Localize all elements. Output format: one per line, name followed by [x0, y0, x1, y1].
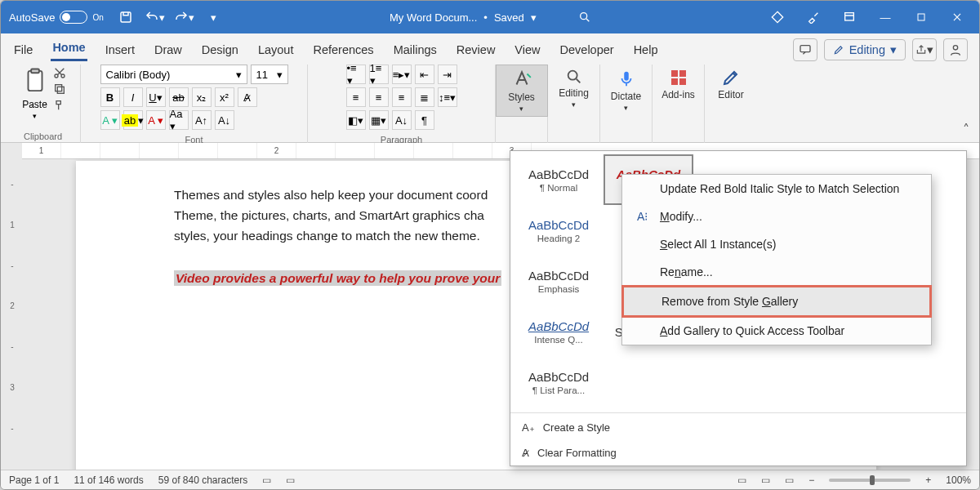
- align-right-button[interactable]: ≡: [392, 87, 412, 107]
- style-cell[interactable]: AaBbCcDd¶ Normal: [514, 154, 604, 205]
- cut-icon[interactable]: [53, 66, 66, 79]
- tab-references[interactable]: References: [311, 38, 375, 61]
- zoom-level[interactable]: 100%: [946, 474, 971, 486]
- close-button[interactable]: [940, 1, 974, 33]
- style-cell[interactable]: AaBbCcDdHeading 2: [514, 205, 604, 256]
- zoom-in-button[interactable]: +: [925, 474, 931, 486]
- shrink-font-button[interactable]: A↓: [215, 110, 234, 130]
- comments-button[interactable]: [793, 38, 817, 61]
- show-marks-button[interactable]: ¶: [415, 110, 434, 130]
- align-left-button[interactable]: ≡: [346, 87, 366, 107]
- undo-icon[interactable]: ▾: [145, 7, 166, 28]
- borders-button[interactable]: ▦▾: [369, 110, 389, 130]
- ctx-update-style[interactable]: Update Red Bold Italic Style to Match Se…: [622, 175, 931, 203]
- justify-button[interactable]: ≣: [415, 87, 434, 107]
- ctx-modify[interactable]: A⁝MModify...odify...: [622, 203, 931, 230]
- align-center-button[interactable]: ≡: [369, 87, 389, 107]
- save-icon[interactable]: [115, 7, 136, 28]
- font-size-select[interactable]: 11▾: [251, 65, 288, 84]
- redo-icon[interactable]: ▾: [174, 7, 195, 28]
- maximize-button[interactable]: [904, 1, 938, 33]
- tab-design[interactable]: Design: [200, 38, 240, 61]
- dec-indent-button[interactable]: ⇤: [415, 65, 434, 84]
- editor-button[interactable]: Editor: [705, 65, 757, 104]
- text-effects-button[interactable]: A ▾: [100, 110, 120, 130]
- qat-more-icon[interactable]: ▾: [203, 7, 225, 28]
- status-words[interactable]: 11 of 146 words: [74, 474, 143, 486]
- ctx-select-all[interactable]: Select All 1 Instance(s): [622, 230, 931, 258]
- bullets-button[interactable]: •≡ ▾: [346, 65, 366, 84]
- tab-help[interactable]: Help: [632, 38, 660, 61]
- tab-insert[interactable]: Insert: [104, 38, 136, 61]
- editing-mode-button[interactable]: Editing ▾: [824, 39, 906, 60]
- format-painter-icon[interactable]: [53, 99, 66, 112]
- view-print-icon[interactable]: ▭: [761, 474, 770, 486]
- clear-format-icon: A̷: [522, 447, 529, 459]
- bold-button[interactable]: B: [100, 87, 120, 107]
- window-icon[interactable]: [832, 1, 866, 33]
- shading-button[interactable]: ◧▾: [346, 110, 366, 130]
- status-proofing-icon[interactable]: ▭: [262, 474, 271, 486]
- svg-rect-6: [28, 71, 42, 91]
- superscript-button[interactable]: x²: [215, 87, 234, 107]
- change-case-button[interactable]: Aa ▾: [169, 110, 189, 130]
- brush-icon[interactable]: [796, 1, 831, 33]
- ctx-remove-from-gallery[interactable]: Remove from Style Gallery: [622, 286, 931, 317]
- svg-rect-4: [800, 46, 810, 52]
- style-cell[interactable]: AaBbCcDd¶ List Para...: [514, 357, 604, 408]
- addins-button[interactable]: Add-ins: [653, 65, 705, 104]
- underline-button[interactable]: U ▾: [146, 87, 166, 107]
- italic-button[interactable]: I: [123, 87, 143, 107]
- collapse-ribbon-icon[interactable]: ˄: [963, 122, 969, 137]
- paste-icon[interactable]: [20, 65, 50, 97]
- svg-rect-16: [671, 78, 678, 85]
- ctx-add-to-qat[interactable]: Add Gallery to Quick Access Toolbar: [622, 317, 931, 345]
- sort-button[interactable]: A↓: [392, 110, 412, 130]
- copy-icon[interactable]: [53, 82, 66, 96]
- ctx-rename[interactable]: Rename...: [622, 258, 931, 286]
- create-style-item[interactable]: A₊Create a Style: [510, 415, 966, 440]
- zoom-out-button[interactable]: −: [808, 474, 814, 486]
- subscript-button[interactable]: x₂: [192, 87, 212, 107]
- minimize-button[interactable]: —: [868, 1, 902, 33]
- status-chars[interactable]: 59 of 840 characters: [158, 474, 247, 486]
- status-page[interactable]: Page 1 of 1: [9, 474, 59, 486]
- svg-rect-0: [121, 12, 131, 22]
- tab-home[interactable]: Home: [51, 36, 87, 61]
- tab-view[interactable]: View: [513, 38, 541, 61]
- search-icon[interactable]: [574, 7, 595, 28]
- multilevel-button[interactable]: ≡▸▾: [392, 65, 412, 84]
- tab-file[interactable]: File: [12, 38, 34, 61]
- style-cell[interactable]: AaBbCcDdIntense Q...: [514, 306, 604, 357]
- view-web-icon[interactable]: ▭: [785, 474, 794, 486]
- dictate-button[interactable]: Dictate▾: [600, 65, 653, 115]
- view-focus-icon[interactable]: ▭: [737, 474, 746, 486]
- svg-rect-14: [671, 70, 678, 77]
- tab-developer[interactable]: Developer: [559, 38, 616, 61]
- clear-formatting-item[interactable]: A̷Clear Formatting: [510, 440, 966, 466]
- styles-button[interactable]: Styles▾: [496, 65, 548, 117]
- status-accessibility-icon[interactable]: ▭: [286, 474, 295, 486]
- style-cell[interactable]: AaBbCcDdEmphasis: [514, 256, 604, 306]
- strike-button[interactable]: ab: [169, 87, 189, 107]
- font-name-select[interactable]: Calibri (Body)▾: [100, 65, 247, 84]
- tab-layout[interactable]: Layout: [256, 38, 296, 61]
- zoom-slider[interactable]: [829, 479, 911, 482]
- account-button[interactable]: [943, 38, 968, 61]
- line-spacing-button[interactable]: ↕≡▾: [438, 87, 457, 107]
- highlight-button[interactable]: ab▾: [123, 110, 143, 130]
- autosave-toggle[interactable]: AutoSave On: [6, 11, 107, 24]
- tab-review[interactable]: Review: [455, 38, 497, 61]
- svg-point-1: [580, 13, 586, 20]
- tab-draw[interactable]: Draw: [153, 38, 184, 61]
- font-color-button[interactable]: A ▾: [146, 110, 166, 130]
- numbering-button[interactable]: 1≡ ▾: [369, 65, 389, 84]
- grow-font-button[interactable]: A↑: [192, 110, 212, 130]
- tab-mailings[interactable]: Mailings: [392, 38, 439, 61]
- clear-format-button[interactable]: A̷: [238, 87, 257, 107]
- share-button[interactable]: ▾: [912, 38, 937, 61]
- diamond-icon[interactable]: [760, 1, 795, 33]
- svg-rect-15: [679, 70, 686, 77]
- inc-indent-button[interactable]: ⇥: [438, 65, 457, 84]
- editing-group-button[interactable]: Editing▾: [548, 65, 600, 112]
